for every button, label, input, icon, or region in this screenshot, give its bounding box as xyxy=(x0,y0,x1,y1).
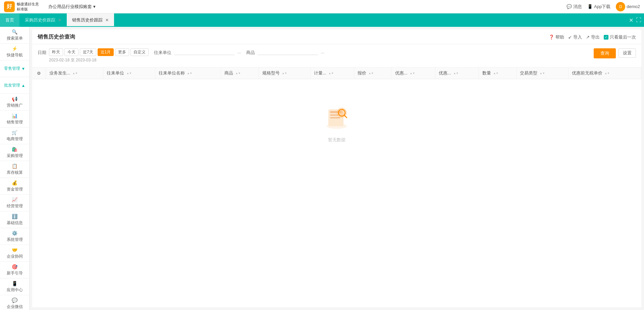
col-settings[interactable]: ⚙ xyxy=(32,67,46,79)
chevron-down-icon: ▼ xyxy=(21,66,25,71)
query-button[interactable]: 查询 xyxy=(594,48,616,58)
help-btn[interactable]: ❓ 帮助 xyxy=(549,34,564,40)
sidebar-item-system[interactable]: ⚙️ 系统管理 xyxy=(0,228,29,245)
enterprise-icon: 🤝 xyxy=(12,247,17,253)
empty-state: 暂无数据 xyxy=(32,79,641,163)
sort-icon: ▲▼ xyxy=(540,72,545,75)
date-range-display: 2023-02-18 至 2023-03-18 xyxy=(49,57,149,63)
col-biz-date[interactable]: 业务发生... ▲▼ xyxy=(46,67,103,79)
tab-sales-history[interactable]: 销售历史价跟踪 ✕ xyxy=(67,13,114,27)
settings-gear-icon: ⚙ xyxy=(37,71,41,76)
col-counterpart-code[interactable]: 往来单位 ▲▼ xyxy=(103,67,155,79)
sidebar-item-wholesale[interactable]: 批发管理 ▲ xyxy=(0,77,29,94)
sidebar-item-operations[interactable]: 📈 经营管理 xyxy=(0,195,29,211)
tab-home[interactable]: 首页 xyxy=(0,13,19,27)
user-area[interactable]: D demo2 xyxy=(616,2,640,11)
sidebar-item-enterprise-wechat[interactable]: 💬 企业微信 xyxy=(0,295,29,310)
counterpart-input[interactable] xyxy=(174,48,234,55)
goods-ellipsis-btn[interactable]: ... xyxy=(321,49,324,54)
col-goods[interactable]: 商品 ▲▼ xyxy=(221,67,259,79)
settings-button[interactable]: 设置 xyxy=(619,48,636,58)
sidebar-item-retail[interactable]: 零售管理 ▼ xyxy=(0,60,29,77)
date-btn-yesterday[interactable]: 昨天 xyxy=(49,48,63,56)
ecommerce-icon: 🛒 xyxy=(12,130,17,135)
data-table: ⚙ 业务发生... ▲▼ 往来单位 ▲▼ 往来单位名称 xyxy=(32,67,641,79)
sidebar-item-enterprise[interactable]: 🤝 企业协同 xyxy=(0,245,29,262)
close-sales-tab-icon[interactable]: ✕ xyxy=(105,18,109,22)
message-icon: 💬 xyxy=(567,4,572,9)
sidebar-item-basic-info[interactable]: ℹ️ 基础信息 xyxy=(0,211,29,228)
download-icon: 📱 xyxy=(587,4,593,9)
checkbox-icon: ✓ xyxy=(604,35,608,40)
filter-area: 日期 昨天 今天 近7天 近1月 更多 自定义 2023-02-18 至 202… xyxy=(32,44,641,67)
logo-area: 好 畅捷通好生意 标准版 xyxy=(4,1,39,12)
sort-icon: ▲▼ xyxy=(453,72,459,75)
date-btn-custom[interactable]: 自定义 xyxy=(130,48,149,56)
sidebar-item-inventory[interactable]: 📋 库存核算 xyxy=(0,161,29,178)
page-container: 销售历史价查询 ❓ 帮助 ↙ 导入 ↗ 导出 ✓ xyxy=(32,30,641,307)
only-last-checkbox[interactable]: ✓ 只看最后一次 xyxy=(604,34,636,40)
sidebar-item-sales-mgmt[interactable]: 📊 销售管理 xyxy=(0,111,29,127)
marketing-icon: 📢 xyxy=(12,96,17,102)
col-quote[interactable]: 报价 ▲▼ xyxy=(354,67,391,79)
sidebar-item-purchase[interactable]: 🛍️ 采购管理 xyxy=(0,144,29,161)
counterpart-ellipsis-btn[interactable]: ... xyxy=(237,49,241,54)
date-filter-group: 日期 昨天 今天 近7天 近1月 更多 自定义 2023-02-18 至 202… xyxy=(38,48,149,63)
beginner-icon: 🎯 xyxy=(12,264,17,269)
date-btn-1month[interactable]: 近1月 xyxy=(98,48,114,56)
col-spec[interactable]: 规格型号 ▲▼ xyxy=(259,67,310,79)
col-discount2[interactable]: 优惠... ▲▼ xyxy=(435,67,479,79)
sidebar-item-quick-nav[interactable]: ⚡ 快捷导航 xyxy=(0,44,29,60)
sidebar-item-beginner[interactable]: 🎯 新手引导 xyxy=(0,262,29,278)
chevron-down-icon: ▾ xyxy=(93,4,96,9)
sidebar-item-app-center[interactable]: 📱 应用中心 xyxy=(0,278,29,295)
col-unit[interactable]: 计量... ▲▼ xyxy=(310,67,354,79)
export-btn[interactable]: ↗ 导出 xyxy=(586,34,600,40)
col-pre-tax-price[interactable]: 优惠前无税单价 ▲▼ xyxy=(568,67,641,79)
quick-nav-icon: ⚡ xyxy=(12,46,17,51)
message-btn[interactable]: 💬 消息 xyxy=(567,4,582,10)
app-center-icon: 📱 xyxy=(12,281,17,286)
date-btn-7days[interactable]: 近7天 xyxy=(80,48,96,56)
import-icon: ↙ xyxy=(568,35,572,40)
header-left: 好 畅捷通好生意 标准版 办公用品行业模拟账套 ▾ xyxy=(4,1,96,12)
col-counterpart-name[interactable]: 往来单位名称 ▲▼ xyxy=(155,67,221,79)
operations-icon: 📈 xyxy=(12,197,17,202)
sidebar-item-search[interactable]: 🔍 搜索菜单 xyxy=(0,27,29,44)
sidebar-item-ecommerce[interactable]: 🛒 电商管理 xyxy=(0,127,29,144)
app-download-btn[interactable]: 📱 App下载 xyxy=(587,4,610,10)
counterpart-filter-group: 往来单位 ... xyxy=(154,48,241,56)
col-quantity[interactable]: 数量 ▲▼ xyxy=(479,67,516,79)
date-filter-options: 昨天 今天 近7天 近1月 更多 自定义 2023-02-18 至 2023-0… xyxy=(49,48,149,63)
close-purchase-tab-icon[interactable]: ✕ xyxy=(58,18,61,22)
sidebar-item-marketing[interactable]: 📢 营销推广 xyxy=(0,94,29,111)
export-icon: ↗ xyxy=(586,35,590,40)
sort-icon: ▲▼ xyxy=(282,72,287,75)
import-btn[interactable]: ↙ 导入 xyxy=(568,34,582,40)
chevron-up-icon: ▲ xyxy=(21,83,25,88)
table-container: ⚙ 业务发生... ▲▼ 往来单位 ▲▼ 往来单位名称 xyxy=(32,67,641,307)
date-btn-today[interactable]: 今天 xyxy=(64,48,78,56)
page-header: 销售历史价查询 ❓ 帮助 ↙ 导入 ↗ 导出 ✓ xyxy=(32,30,641,44)
page-header-actions: ❓ 帮助 ↙ 导入 ↗ 导出 ✓ 只看最后一次 xyxy=(549,34,636,40)
sidebar: 🔍 搜索菜单 ⚡ 快捷导航 零售管理 ▼ 批发管理 ▲ 📢 营销推广 📊 销售管… xyxy=(0,27,30,310)
filter-action-buttons: 查询 设置 xyxy=(594,48,636,58)
sort-icon: ▲▼ xyxy=(72,72,78,75)
goods-input[interactable] xyxy=(258,48,318,55)
sort-icon: ▲▼ xyxy=(235,72,241,75)
goods-filter-group: 商品 ... xyxy=(246,48,324,56)
sort-icon: ▲▼ xyxy=(493,72,498,75)
tab-bar: 首页 采购历史价跟踪 ✕ 销售历史价跟踪 ✕ ✕ ⛶ xyxy=(0,13,644,27)
app-selector[interactable]: 办公用品行业模拟账套 ▾ xyxy=(48,4,96,10)
col-discount1[interactable]: 优惠... ▲▼ xyxy=(392,67,435,79)
tab-purchase-history[interactable]: 采购历史价跟踪 ✕ xyxy=(19,13,67,27)
date-buttons-row: 昨天 今天 近7天 近1月 更多 自定义 xyxy=(49,48,149,56)
date-btn-more[interactable]: 更多 xyxy=(115,48,129,56)
tab-bar-actions: ✕ ⛶ xyxy=(629,13,644,27)
sidebar-item-finance[interactable]: 💰 资金管理 xyxy=(0,178,29,195)
empty-text: 暂无数据 xyxy=(328,137,345,143)
col-trade-type[interactable]: 交易类型 ▲▼ xyxy=(517,67,568,79)
svg-rect-4 xyxy=(330,117,340,118)
close-all-tabs-icon[interactable]: ✕ xyxy=(629,17,633,23)
maximize-icon[interactable]: ⛶ xyxy=(636,17,641,23)
